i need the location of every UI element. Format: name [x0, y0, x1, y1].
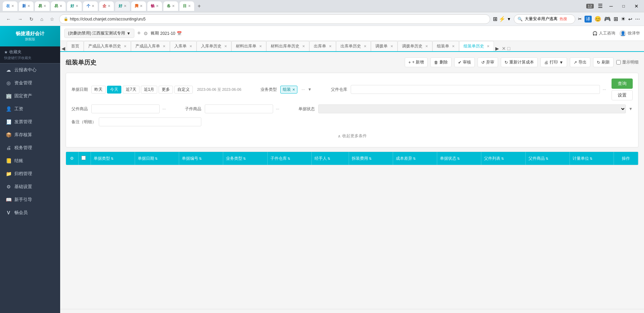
- th-cost-diff[interactable]: 成本差异 ⇅: [393, 152, 437, 165]
- browser-tab-8[interactable]: 好 ✕: [115, 1, 130, 11]
- date-btn-1month[interactable]: 近1月: [141, 86, 158, 94]
- tab-close-4[interactable]: ✕: [59, 4, 62, 8]
- tab-close-8[interactable]: ✕: [124, 4, 126, 8]
- bill-status-select[interactable]: [318, 104, 626, 113]
- sidebar-item-archive[interactable]: 📁 归档管理: [0, 167, 60, 180]
- tab-close-3[interactable]: ✕: [43, 4, 46, 8]
- browser-tab-2[interactable]: 新 ✕: [19, 1, 33, 11]
- business-type-more-icon[interactable]: ···: [301, 87, 305, 92]
- show-detail-input[interactable]: [616, 60, 621, 65]
- undo-icon[interactable]: ↩: [628, 16, 632, 22]
- browser-tab-6[interactable]: 个 ✕: [83, 1, 98, 11]
- settings-gear-button[interactable]: ⚙: [144, 31, 148, 36]
- th-parent-goods[interactable]: 父件商品 ⇅: [525, 152, 569, 165]
- bill-status-dropdown-icon[interactable]: ▼: [629, 106, 633, 111]
- sidebar-item-guide[interactable]: 📖 新手引导: [0, 193, 60, 206]
- company-selector[interactable]: (勿删勿禁用) 江西服宝测试专用 ▼: [64, 29, 134, 38]
- sidebar-item-tax[interactable]: 🖨 税务管理: [0, 141, 60, 154]
- tab-out-order-history[interactable]: 出库单历史✕: [336, 41, 371, 51]
- select-all-checkbox[interactable]: [81, 156, 86, 160]
- favorites-title[interactable]: ★ 收藏夹: [4, 49, 56, 55]
- approve-button[interactable]: ✔ 审核: [454, 57, 475, 67]
- date-btn-today[interactable]: 今天: [107, 86, 121, 94]
- service-button[interactable]: 🎧 人工咨询: [592, 30, 615, 36]
- tag-close[interactable]: ✕: [292, 88, 295, 91]
- browser-tab-12[interactable]: 目 ✕: [179, 1, 194, 11]
- lightning-icon[interactable]: ⚡: [499, 16, 506, 22]
- export-button[interactable]: ↗ 导出: [570, 57, 590, 67]
- print-button[interactable]: 🖨 打印 ▼: [540, 57, 567, 67]
- address-input[interactable]: 🔒 https://cloud.chanjet.com/accounting/u…: [59, 14, 490, 24]
- browser-tab-3[interactable]: 易 ✕: [35, 1, 50, 11]
- translate-icon[interactable]: 译: [585, 16, 592, 23]
- tab-finished-goods-in[interactable]: 产成品入库单✕: [131, 41, 170, 51]
- sidebar-item-invoice[interactable]: 🧾 发票管理: [0, 115, 60, 128]
- child-goods-input[interactable]: [205, 104, 273, 113]
- date-btn-custom[interactable]: 自定义: [174, 86, 193, 94]
- th-parent-list[interactable]: 父件列表 ⇅: [481, 152, 525, 165]
- settings-icon[interactable]: ⋯: [635, 16, 640, 22]
- tab-assembly[interactable]: 组装单✕: [432, 41, 459, 51]
- tab-out-order[interactable]: 出库单✕: [309, 41, 336, 51]
- grid-icon[interactable]: ⊞: [614, 16, 618, 22]
- tab-finished-goods-in-history[interactable]: 产成品入库单历史✕: [84, 41, 131, 51]
- browser-tab-1[interactable]: 在 ✕: [3, 1, 17, 11]
- tab-close[interactable]: ✕: [163, 44, 165, 48]
- tab-close-12[interactable]: ✕: [188, 4, 191, 8]
- browser-tab-7[interactable]: 企 ✕: [99, 1, 114, 11]
- tab-close-6[interactable]: ✕: [92, 4, 94, 8]
- calendar-icon[interactable]: 📅: [177, 31, 182, 36]
- show-detail-checkbox[interactable]: 显示明细: [616, 59, 639, 65]
- sidebar-item-member[interactable]: V 畅会员: [0, 206, 60, 219]
- sidebar-item-close-account[interactable]: 📒 结账: [0, 154, 60, 167]
- tab-close-2[interactable]: ✕: [27, 4, 30, 8]
- tab-transfer-history[interactable]: 调拨单历史✕: [398, 41, 432, 51]
- browser-tab-11[interactable]: 各 ✕: [163, 1, 178, 11]
- tab-close[interactable]: ✕: [302, 44, 305, 48]
- tab-close-9[interactable]: ✕: [140, 4, 143, 8]
- sidebar-item-fund[interactable]: ◎ 资金管理: [0, 76, 60, 89]
- remark-input[interactable]: [99, 117, 201, 126]
- query-button[interactable]: 查询: [612, 79, 633, 89]
- close-button[interactable]: ✕: [632, 3, 641, 9]
- tab-close-11[interactable]: ✕: [172, 4, 175, 8]
- back-button[interactable]: ←: [4, 16, 13, 23]
- tab-scroll-left[interactable]: ◀: [60, 46, 67, 51]
- parent-goods-more-icon[interactable]: ···: [162, 106, 166, 111]
- th-disassemble-fee[interactable]: 拆装费用 ⇅: [349, 152, 393, 165]
- qr-icon[interactable]: ⊞: [493, 16, 497, 22]
- recalculate-button[interactable]: ↻ 重新计算成本: [501, 57, 538, 67]
- sidebar-favorites[interactable]: ★ 收藏夹 快捷键打开收藏夹: [0, 46, 60, 63]
- search-bar[interactable]: 🔍 大量安卓用户逃离 热搜: [514, 14, 575, 24]
- tab-close[interactable]: ✕: [259, 44, 262, 48]
- tab-close[interactable]: ✕: [390, 44, 393, 48]
- tab-close-10[interactable]: ✕: [156, 4, 159, 8]
- forward-button[interactable]: →: [16, 16, 25, 23]
- bookmark-button[interactable]: ☆: [48, 16, 56, 23]
- browser-tab-4[interactable]: 易 ✕: [51, 1, 66, 11]
- bottom-scrollbar[interactable]: [60, 309, 644, 313]
- maximize-button[interactable]: □: [620, 4, 628, 9]
- tab-close[interactable]: ✕: [364, 44, 366, 48]
- date-btn-yesterday[interactable]: 昨天: [91, 86, 106, 94]
- tab-close[interactable]: ✕: [452, 44, 455, 48]
- sidebar-item-inventory[interactable]: 📦 库存核算: [0, 128, 60, 141]
- parent-warehouse-more-icon[interactable]: ···: [603, 87, 606, 92]
- tab-close[interactable]: ✕: [224, 44, 227, 48]
- tab-home[interactable]: 首页: [67, 41, 84, 51]
- tab-material-out[interactable]: 材料出库单✕: [231, 41, 266, 51]
- new-tab-button[interactable]: +: [196, 3, 203, 9]
- business-type-dropdown-icon[interactable]: ▼: [308, 87, 312, 92]
- tab-in-order[interactable]: 入库单✕: [170, 41, 197, 51]
- parent-goods-input[interactable]: [91, 104, 160, 113]
- tab-bar-expand[interactable]: □: [507, 46, 510, 51]
- sun-icon[interactable]: ☀: [621, 16, 626, 22]
- child-goods-more-icon[interactable]: ···: [276, 106, 279, 111]
- date-btn-more[interactable]: 更多: [159, 86, 173, 94]
- th-bill-date[interactable]: 单据日期 ⇅: [135, 152, 179, 165]
- sidebar-item-cloud-report[interactable]: ☁ 云报表中心: [0, 63, 60, 76]
- tab-transfer[interactable]: 调拨单✕: [371, 41, 398, 51]
- th-bill-type[interactable]: 单据类型 ⇅: [91, 152, 135, 165]
- sidebar-item-fixed-assets[interactable]: 🏢 固定资产: [0, 89, 60, 102]
- tab-close-5[interactable]: ✕: [76, 4, 78, 8]
